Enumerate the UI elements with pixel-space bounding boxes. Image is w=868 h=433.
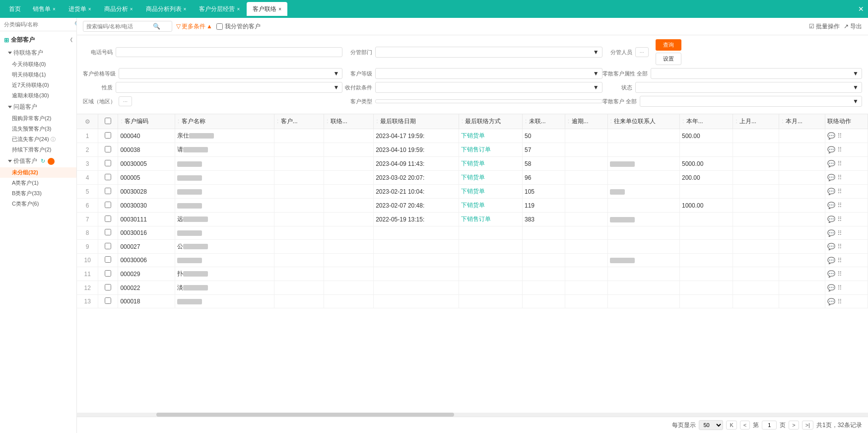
- filter-person-dots[interactable]: ···: [635, 47, 649, 57]
- row-checkbox[interactable]: [105, 243, 111, 249]
- sidebar-item-ungroup[interactable]: 未分组(32): [0, 167, 76, 178]
- more-icon[interactable]: ⠿: [837, 270, 842, 278]
- row-check[interactable]: [98, 281, 118, 295]
- chat-icon[interactable]: 💬: [827, 257, 835, 264]
- sidebar-item-a-class[interactable]: A类客户(1): [0, 178, 76, 188]
- row-checkbox[interactable]: [105, 297, 111, 304]
- filter-customer-level-select[interactable]: ▼: [375, 68, 602, 79]
- filter-sparse-select[interactable]: ▼: [640, 96, 862, 107]
- refresh-icon[interactable]: ↻: [41, 158, 45, 164]
- more-icon[interactable]: ⠿: [837, 146, 842, 153]
- last-page-btn[interactable]: >|: [802, 421, 813, 430]
- first-page-btn[interactable]: K: [726, 421, 736, 430]
- sidebar-group-value[interactable]: 价值客户 ↻: [0, 155, 76, 167]
- sidebar-item-b-class[interactable]: B类客户(33): [0, 188, 76, 199]
- row-check[interactable]: [98, 129, 118, 143]
- prev-page-btn[interactable]: <: [740, 421, 750, 430]
- filter-sparse-attr-select[interactable]: ▼: [651, 68, 862, 79]
- more-icon[interactable]: ⠿: [837, 229, 842, 237]
- more-icon[interactable]: ⠿: [837, 243, 842, 250]
- row-check[interactable]: [98, 295, 118, 308]
- per-page-select[interactable]: 50 20 100: [699, 420, 723, 430]
- nav-tab-analysis-close[interactable]: ×: [130, 6, 133, 12]
- chat-icon[interactable]: 💬: [827, 243, 835, 250]
- nav-tab-customer-contact[interactable]: 客户联络 ×: [247, 2, 287, 16]
- row-check[interactable]: [98, 240, 118, 254]
- chat-icon[interactable]: 💬: [827, 270, 835, 278]
- chat-icon[interactable]: 💬: [827, 146, 835, 153]
- row-checkbox[interactable]: [105, 284, 111, 290]
- more-icon[interactable]: ⠿: [837, 188, 842, 195]
- nav-tab-analysis-list[interactable]: 商品分析列表 ×: [140, 2, 193, 16]
- last-way-link[interactable]: 下销售订单: [461, 216, 491, 222]
- nav-tab-analysis[interactable]: 商品分析 ×: [98, 2, 139, 16]
- row-checkbox[interactable]: [105, 174, 111, 180]
- nav-tab-purchase[interactable]: 进货单 ×: [63, 2, 97, 16]
- next-page-btn[interactable]: >: [789, 421, 799, 430]
- sidebar-item-abnormal[interactable]: 囤购异常客户(2): [0, 113, 76, 124]
- sidebar-item-churn-warn[interactable]: 流失预警客户(3): [0, 124, 76, 134]
- row-check[interactable]: [98, 213, 118, 226]
- nav-tab-customer-contact-close[interactable]: ×: [278, 6, 281, 12]
- my-customer-checkbox[interactable]: [216, 23, 223, 30]
- reset-button[interactable]: 设置: [656, 53, 681, 65]
- nav-tab-sales[interactable]: 销售单 ×: [27, 2, 62, 16]
- nav-tab-customer-tier-close[interactable]: ×: [237, 6, 240, 12]
- row-checkbox[interactable]: [105, 146, 111, 152]
- sidebar-group-pending[interactable]: 待联络客户: [0, 47, 76, 59]
- nav-tab-purchase-close[interactable]: ×: [88, 6, 91, 12]
- query-button[interactable]: 查询: [656, 39, 681, 51]
- row-check[interactable]: [98, 267, 118, 281]
- more-icon[interactable]: ⠿: [837, 202, 842, 209]
- batch-op-btn[interactable]: ☑ 批量操作: [809, 22, 840, 31]
- th-check[interactable]: [98, 114, 118, 129]
- sidebar-item-tomorrow[interactable]: 明天待联络(1): [0, 70, 76, 80]
- more-icon[interactable]: ⠿: [837, 160, 842, 167]
- filter-dept-select[interactable]: ▼: [375, 47, 602, 58]
- last-way-link[interactable]: 下销货单: [461, 174, 485, 181]
- sidebar-group-problem[interactable]: 问题客户: [0, 101, 76, 113]
- sidebar-item-churned[interactable]: 已流失客户(24) ⓘ: [0, 134, 76, 144]
- row-check[interactable]: [98, 185, 118, 199]
- export-btn[interactable]: ↗ 导出: [844, 22, 862, 31]
- chat-icon[interactable]: 💬: [827, 284, 835, 291]
- row-checkbox[interactable]: [105, 229, 111, 235]
- row-checkbox[interactable]: [105, 132, 111, 139]
- horizontal-scrollbar[interactable]: [77, 413, 868, 417]
- row-check[interactable]: [98, 171, 118, 185]
- filter-payment-select[interactable]: ▼: [375, 82, 602, 93]
- row-checkbox[interactable]: [105, 202, 111, 208]
- nav-home[interactable]: 首页: [4, 5, 26, 13]
- row-check[interactable]: [98, 226, 118, 240]
- sidebar-item-overdue[interactable]: 逾期未联络(30): [0, 90, 76, 101]
- sidebar-all-customers[interactable]: ⊞ 全部客户 《: [0, 33, 76, 47]
- sidebar-item-declining[interactable]: 持续下滑客户(2): [0, 144, 76, 155]
- filter-status-select[interactable]: ▼: [635, 82, 862, 93]
- last-way-link[interactable]: 下销货单: [461, 160, 485, 167]
- row-check[interactable]: [98, 157, 118, 171]
- row-check[interactable]: [98, 143, 118, 157]
- row-check[interactable]: [98, 254, 118, 267]
- chat-icon[interactable]: 💬: [827, 298, 835, 305]
- sidebar-item-today[interactable]: 今天待联络(0): [0, 59, 76, 70]
- chat-icon[interactable]: 💬: [827, 202, 835, 209]
- chat-icon[interactable]: 💬: [827, 216, 835, 223]
- nav-tab-analysis-list-close[interactable]: ×: [184, 6, 187, 12]
- search-input[interactable]: [86, 23, 151, 29]
- more-icon[interactable]: ⠿: [837, 298, 842, 305]
- last-way-link[interactable]: 下销售订单: [461, 146, 491, 153]
- row-check[interactable]: [98, 199, 118, 213]
- row-checkbox[interactable]: [105, 160, 111, 166]
- page-number-input[interactable]: [762, 421, 777, 430]
- th-settings[interactable]: ⚙: [77, 114, 98, 129]
- sidebar-item-7days[interactable]: 近7天待联络(0): [0, 80, 76, 90]
- window-close-button[interactable]: ✕: [858, 5, 864, 13]
- more-icon[interactable]: ⠿: [837, 257, 842, 264]
- row-checkbox[interactable]: [105, 216, 111, 222]
- nav-tab-sales-close[interactable]: ×: [53, 6, 56, 12]
- last-way-link[interactable]: 下销货单: [461, 188, 485, 195]
- row-checkbox[interactable]: [105, 256, 111, 263]
- more-icon[interactable]: ⠿: [837, 132, 842, 140]
- filter-phone-input[interactable]: [116, 47, 342, 57]
- scrollbar-thumb[interactable]: [156, 413, 454, 417]
